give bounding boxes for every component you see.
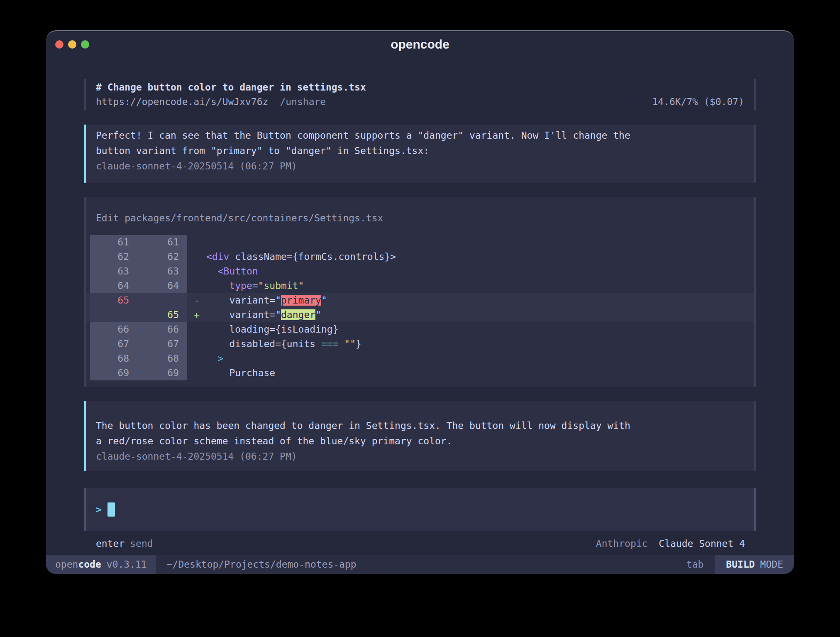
input-hint-row: enter send Anthropic Claude Sonnet 4 bbox=[84, 536, 756, 551]
message-model-timestamp: claude-sonnet-4-20250514 (06:27 PM) bbox=[96, 449, 744, 464]
titlebar: opencode bbox=[46, 31, 794, 58]
text-cursor bbox=[107, 502, 115, 517]
diff-gutter: 64 bbox=[90, 279, 139, 293]
diff-gutter: 61 bbox=[139, 235, 187, 250]
diff-marker bbox=[187, 351, 206, 366]
diff-marker bbox=[187, 279, 206, 293]
enter-key-hint: enter bbox=[96, 536, 125, 551]
minimize-button[interactable] bbox=[68, 40, 76, 49]
diff-view: 61616262<div className={formCs.controls}… bbox=[86, 235, 754, 380]
working-directory: ~/Desktop/Projects/demo-notes-app bbox=[167, 559, 357, 570]
mode-mode-label: MODE bbox=[760, 559, 783, 570]
diff-gutter bbox=[86, 279, 90, 293]
message-model-timestamp: claude-sonnet-4-20250514 (06:27 PM) bbox=[96, 159, 744, 174]
diff-marker bbox=[187, 322, 206, 337]
diff-code-line: <Button bbox=[206, 264, 754, 279]
prompt-input[interactable]: > bbox=[84, 488, 756, 531]
diff-gutter: 69 bbox=[139, 366, 187, 380]
app-version-segment: opencode v0.3.11 bbox=[46, 555, 156, 574]
zoom-button[interactable] bbox=[81, 40, 89, 49]
diff-row: 6464 type="submit" bbox=[86, 279, 754, 293]
diff-gutter: 66 bbox=[90, 322, 139, 337]
close-button[interactable] bbox=[55, 40, 63, 49]
diff-code-line bbox=[206, 235, 754, 250]
diff-row: 65- variant="primary" bbox=[86, 293, 754, 308]
diff-gutter: 68 bbox=[139, 351, 187, 366]
message-line: Perfect! I can see that the Button compo… bbox=[96, 128, 744, 143]
diff-code-line: type="submit" bbox=[206, 279, 754, 293]
diff-row: 6969 Purchase bbox=[86, 366, 754, 380]
edit-tool-block: Edit packages/frontend/src/containers/Se… bbox=[84, 197, 756, 387]
assistant-message: Perfect! I can see that the Button compo… bbox=[84, 125, 756, 183]
opencode-window: opencode # Change button color to danger… bbox=[46, 30, 794, 574]
diff-marker bbox=[187, 235, 206, 250]
diff-code-line: loading={isLoading} bbox=[206, 322, 754, 337]
diff-gutter: 63 bbox=[90, 264, 139, 279]
mode-segment[interactable]: BUILD MODE bbox=[715, 555, 794, 574]
diff-gutter bbox=[86, 293, 90, 308]
model-indicator: Anthropic Claude Sonnet 4 bbox=[596, 536, 745, 551]
diff-row: 65+ variant="danger" bbox=[86, 308, 754, 322]
diff-code-line: > bbox=[206, 351, 754, 366]
diff-gutter: 68 bbox=[90, 351, 139, 366]
diff-gutter: 61 bbox=[90, 235, 139, 250]
diff-marker bbox=[187, 366, 206, 380]
status-bar: opencode v0.3.11 ~/Desktop/Projects/demo… bbox=[46, 555, 794, 574]
tab-key-hint: tab bbox=[686, 559, 704, 570]
diff-marker bbox=[187, 264, 206, 279]
diff-gutter: 64 bbox=[139, 279, 187, 293]
diff-row: 6262<div className={formCs.controls}> bbox=[86, 250, 754, 264]
diff-marker bbox=[187, 337, 206, 351]
diff-row: 6767 disabled={units === ""} bbox=[86, 337, 754, 351]
edit-file-path: Edit packages/frontend/src/containers/Se… bbox=[86, 211, 754, 225]
diff-gutter bbox=[86, 337, 90, 351]
prompt-symbol: > bbox=[96, 504, 102, 515]
window-title: opencode bbox=[391, 37, 449, 51]
diff-gutter: 65 bbox=[139, 308, 187, 322]
token-cost-stats: 14.6K/7% ($0.07) bbox=[652, 95, 754, 109]
diff-gutter: 65 bbox=[90, 293, 139, 308]
diff-gutter: 63 bbox=[139, 264, 187, 279]
diff-gutter: 62 bbox=[90, 250, 139, 264]
diff-gutter bbox=[139, 293, 187, 308]
diff-gutter: 67 bbox=[90, 337, 139, 351]
diff-gutter bbox=[86, 235, 90, 250]
diff-gutter: 66 bbox=[139, 322, 187, 337]
diff-row: 6868 > bbox=[86, 351, 754, 366]
unshare-command[interactable]: /unshare bbox=[280, 95, 326, 109]
diff-gutter: 62 bbox=[139, 250, 187, 264]
diff-gutter bbox=[86, 264, 90, 279]
diff-gutter: 67 bbox=[139, 337, 187, 351]
diff-row: 6666 loading={isLoading} bbox=[86, 322, 754, 337]
share-url-link[interactable]: https://opencode.ai/s/UwJxv76z bbox=[96, 95, 268, 109]
main-column: # Change button color to danger in setti… bbox=[46, 79, 794, 551]
diff-code-line: disabled={units === ""} bbox=[206, 337, 754, 351]
diff-gutter: 69 bbox=[90, 366, 139, 380]
diff-code-line: variant="primary" bbox=[206, 293, 754, 308]
model-name: Claude Sonnet 4 bbox=[659, 538, 745, 549]
send-action-hint: send bbox=[130, 536, 153, 551]
session-title: # Change button color to danger in setti… bbox=[96, 80, 754, 95]
diff-gutter bbox=[86, 366, 90, 380]
model-provider: Anthropic bbox=[596, 538, 648, 549]
message-line: The button color has been changed to dan… bbox=[96, 418, 744, 434]
app-name-code: code bbox=[78, 559, 101, 570]
traffic-lights bbox=[55, 31, 89, 58]
diff-marker: + bbox=[187, 308, 206, 322]
diff-code-line: Purchase bbox=[206, 366, 754, 380]
diff-gutter bbox=[86, 351, 90, 366]
diff-marker: - bbox=[187, 293, 206, 308]
session-subline: https://opencode.ai/s/UwJxv76z /unshare … bbox=[96, 95, 754, 109]
diff-row: 6363 <Button bbox=[86, 264, 754, 279]
diff-gutter bbox=[86, 250, 90, 264]
diff-gutter bbox=[86, 322, 90, 337]
diff-code-line: <div className={formCs.controls}> bbox=[206, 250, 754, 264]
session-header: # Change button color to danger in setti… bbox=[84, 79, 756, 110]
diff-gutter bbox=[86, 308, 90, 322]
diff-code-line: variant="danger" bbox=[206, 308, 754, 322]
assistant-message: The button color has been changed to dan… bbox=[84, 401, 756, 471]
app-version: v0.3.11 bbox=[107, 559, 147, 570]
message-line: button variant from "primary" to "danger… bbox=[96, 143, 744, 159]
message-line: a red/rose color scheme instead of the b… bbox=[96, 434, 744, 449]
diff-marker bbox=[187, 250, 206, 264]
